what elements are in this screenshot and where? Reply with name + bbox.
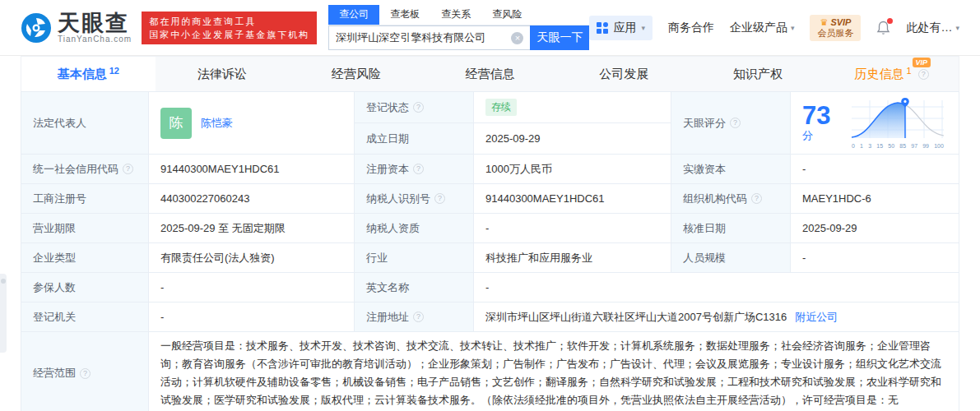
search-tab-boss[interactable]: 查老板: [379, 5, 430, 25]
field-label-english-name: 英文名称: [355, 273, 474, 302]
search-tab-company[interactable]: 查公司: [328, 5, 379, 25]
search-button[interactable]: 天眼一下: [530, 25, 589, 50]
score-tick: 50: [888, 143, 894, 149]
tianyancha-logo-icon: [21, 12, 52, 44]
search-tabs: 查公司 查老板 查关系 查风险: [328, 5, 589, 25]
table-row: 参保人数 - 英文名称 -: [21, 273, 959, 302]
help-icon[interactable]: ?: [730, 118, 741, 128]
search-tab-risk[interactable]: 查风险: [481, 5, 532, 25]
field-value-industry: 科技推广和应用服务业: [474, 243, 671, 273]
tab-intellectual-property[interactable]: 知识产权: [691, 57, 825, 91]
tab-label: 基本信息: [58, 67, 107, 82]
field-value-insured-count: -: [149, 273, 355, 302]
help-icon[interactable]: ?: [413, 312, 424, 322]
search-tab-relation[interactable]: 查关系: [430, 5, 481, 25]
tab-company-development[interactable]: 公司发展: [557, 57, 691, 91]
tianyancha-logo[interactable]: 天眼查 TianYanCha.com: [21, 12, 132, 44]
score-tick: 1: [860, 143, 863, 149]
tab-label: 历史信息: [855, 67, 904, 82]
floating-side-widget[interactable]: [0, 274, 7, 353]
field-label-founded: 成立日期: [355, 123, 474, 155]
section-tabbar: 基本信息 12 法律诉讼 经营风险 经营信息 公司发展 知识产权 VIP 历史信…: [21, 56, 959, 91]
field-label-company-type: 企业类型: [21, 243, 149, 273]
field-value-taxpayer-quality: -: [474, 214, 671, 243]
tab-label: 经营风险: [332, 67, 381, 82]
field-label-org-code: 组织机构代码?: [671, 184, 791, 214]
search-box: × 天眼一下: [328, 25, 589, 50]
field-value-approval-date: 2025-09-29: [791, 214, 959, 243]
field-value-reg-address: 深圳市坪山区坪山街道六联社区坪山大道2007号创新广场C1316 附近公司: [474, 302, 959, 332]
slogan-line1: 都在用的商业查询工具: [149, 15, 309, 28]
nearby-companies-link[interactable]: 附近公司: [795, 310, 838, 325]
header-nav: 应用 ▾ 商务合作 企业级产品 ▾ ♛ SVIP 会员服务 此处有…: [589, 15, 959, 41]
tab-label: 法律诉讼: [197, 67, 247, 82]
field-value-org-code: MAEY1HDC-6: [791, 184, 959, 214]
slogan-line2: 国家中小企业发展子基金旗下机构: [149, 28, 309, 41]
table-row: 统一社会信用代码? 91440300MAEY1HDC61 注册资本? 1000万…: [21, 155, 959, 184]
vip-badge: VIP: [913, 58, 931, 67]
field-label-reg-address: 注册地址?: [355, 302, 474, 332]
help-icon[interactable]: ?: [123, 164, 133, 174]
field-value-legal-rep: 陈 陈恺豪: [149, 92, 355, 155]
field-value-paid-capital: -: [791, 155, 959, 184]
field-value-business-scope: 一般经营项目是：技术服务、技术开发、技术咨询、技术交流、技术转让、技术推广；软件…: [149, 332, 959, 411]
field-label-credit-code: 统一社会信用代码?: [21, 155, 149, 184]
tab-operating-info[interactable]: 经营信息: [423, 57, 557, 91]
help-icon[interactable]: ?: [918, 69, 929, 80]
notification-bell[interactable]: [876, 21, 890, 35]
field-label-reg-number: 工商注册号: [21, 184, 149, 214]
apps-menu[interactable]: 应用 ▾: [589, 16, 653, 40]
score-number: 73: [802, 101, 830, 130]
search-area: 查公司 查老板 查关系 查风险 × 天眼一下: [328, 5, 589, 50]
svip-badge[interactable]: ♛ SVIP 会员服务: [810, 15, 861, 41]
field-label-industry: 行业: [355, 243, 474, 273]
score-tick: 3: [868, 143, 871, 149]
tab-legal-proceedings[interactable]: 法律诉讼: [156, 57, 290, 91]
clear-icon[interactable]: ×: [511, 32, 523, 44]
field-label-registry-authority: 登记机关: [21, 302, 149, 332]
table-row: 经营范围? 一般经营项目是：技术服务、技术开发、技术咨询、技术交流、技术转让、技…: [21, 332, 959, 411]
nav-enterprise[interactable]: 企业级产品 ▾: [730, 21, 795, 35]
tab-count: 12: [109, 66, 119, 76]
field-label-taxpayer-id: 纳税人识别号?: [355, 184, 474, 214]
field-label-business-scope: 经营范围?: [21, 332, 149, 411]
field-label-staff-size: 人员规模: [671, 243, 791, 273]
chevron-down-icon: ▾: [955, 24, 959, 32]
tianyancha-company-page: 天眼查 TianYanCha.com 都在用的商业查询工具 国家中小企业发展子基…: [0, 0, 980, 411]
tab-operating-risk[interactable]: 经营风险: [289, 57, 423, 91]
nav-more[interactable]: 此处有… ▾: [906, 21, 959, 35]
table-row: 企业类型 有限责任公司(法人独资) 行业 科技推广和应用服务业 人员规模 -: [21, 243, 959, 273]
field-label-legal-rep: 法定代表人: [21, 92, 149, 155]
search-input-wrap: ×: [328, 25, 530, 50]
logo-text: 天眼查 TianYanCha.com: [58, 12, 132, 44]
tab-history-info[interactable]: VIP 历史信息 1 ?: [824, 57, 959, 91]
table-row: 营业期限 2025-09-29 至 无固定期限 纳税人资质 - 核准日期 202…: [21, 214, 959, 243]
score-tick: 15: [876, 143, 883, 149]
help-icon[interactable]: ?: [413, 164, 424, 174]
apps-label: 应用: [613, 21, 636, 35]
circle-icon: [1, 279, 6, 284]
field-value-score: 73分: [791, 92, 959, 155]
svip-sublabel: 会员服务: [817, 28, 853, 39]
legal-rep-link[interactable]: 陈恺豪: [201, 116, 233, 131]
avatar[interactable]: 陈: [160, 108, 192, 139]
business-scope-text: 一般经营项目是：技术服务、技术开发、技术咨询、技术交流、技术转让、技术推广；软件…: [160, 337, 947, 409]
field-value-credit-code: 91440300MAEY1HDC61: [149, 155, 355, 184]
help-icon[interactable]: ?: [80, 368, 91, 379]
help-icon[interactable]: ?: [413, 102, 424, 113]
field-label-reg-capital: 注册资本?: [355, 155, 474, 184]
help-icon[interactable]: ?: [434, 193, 445, 204]
help-icon[interactable]: ?: [751, 193, 762, 204]
field-label-business-term: 营业期限: [21, 214, 149, 243]
address-text: 深圳市坪山区坪山街道六联社区坪山大道2007号创新广场C1316: [485, 310, 787, 325]
field-value-founded: 2025-09-29: [474, 123, 671, 155]
field-value-reg-capital: 1000万人民币: [474, 155, 671, 184]
search-input[interactable]: [336, 32, 511, 44]
score-distribution-chart[interactable]: 0131550859799100: [848, 97, 947, 149]
nav-enterprise-label: 企业级产品: [730, 21, 787, 35]
nav-cooperation[interactable]: 商务合作: [668, 21, 714, 35]
tab-basic-info[interactable]: 基本信息 12: [21, 57, 156, 91]
field-label-reg-status: 登记状态?: [355, 92, 474, 123]
apps-grid-icon: [597, 22, 608, 34]
field-label-score: 天眼评分?: [671, 92, 791, 155]
